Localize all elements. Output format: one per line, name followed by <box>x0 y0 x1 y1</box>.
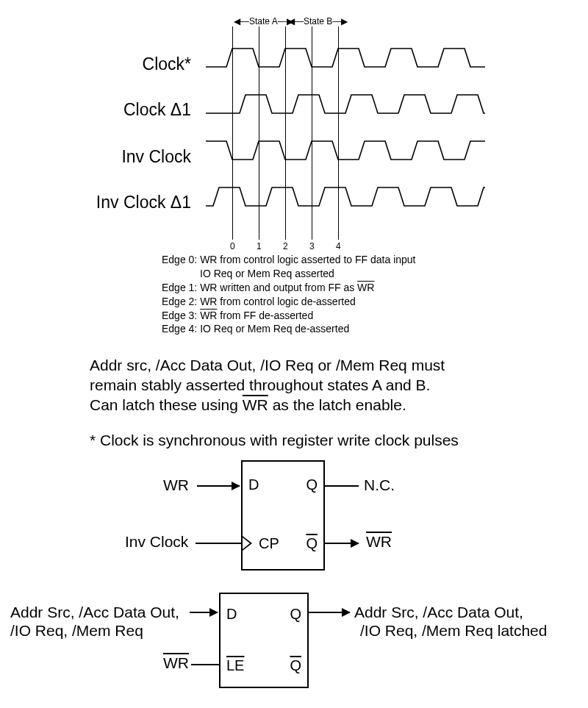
ff-wr-out-label: WR <box>366 533 392 551</box>
latch: D Q LE Q <box>219 593 309 688</box>
latch-in-l1: Addr Src, /Acc Data Out, <box>10 604 179 621</box>
latch-pin-q: Q <box>290 606 301 623</box>
state-a-label: State A <box>249 16 278 26</box>
para1-line2: remain stably asserted throughout states… <box>90 376 430 393</box>
label-inv-clock: Inv Clock <box>81 147 191 167</box>
ff-invclk-label: Inv Clock <box>125 533 188 551</box>
edge-2: Edge 2: WR from control logic de-asserte… <box>162 295 416 309</box>
state-b-range: ◀—State B—▶ <box>288 16 348 26</box>
label-clock-d1: Clock Δ1 <box>81 100 191 120</box>
edge-3-post: from FF de-asserted <box>217 310 313 321</box>
para1-line3b: as the latch enable. <box>268 396 406 413</box>
ff-pin-cp: CP <box>259 535 279 552</box>
edge-1-text: Edge 1: WR written and output from FF as <box>162 282 357 293</box>
ff-pin-qn: Q <box>306 535 318 552</box>
edge-1: Edge 1: WR written and output from FF as… <box>162 281 416 295</box>
state-b-label: State B <box>304 16 332 26</box>
ff-wr-in-wire <box>197 485 240 487</box>
ff-nc-label: N.C. <box>364 476 395 494</box>
latch-pin-qn: Q <box>290 657 301 674</box>
latch-d-wire <box>190 612 218 613</box>
ff-q-wire <box>325 485 359 487</box>
latch-in-label: Addr Src, /Acc Data Out, /IO Req, /Mem R… <box>10 603 179 640</box>
edge-4: Edge 4: IO Req or Mem Req de-asserted <box>162 322 416 336</box>
edge-3: Edge 3: WR from FF de-asserted <box>162 309 416 323</box>
d-flipflop: D Q CP Q <box>241 460 325 571</box>
latch-pin-d: D <box>226 606 237 623</box>
ff-pin-d: D <box>248 476 259 493</box>
latch-pin-le: LE <box>226 657 244 674</box>
tick-1: 1 <box>257 241 262 251</box>
latch-in-l2: /IO Req, /Mem Req <box>10 622 143 639</box>
para1-line1: Addr src, /Acc Data Out, /IO Req or /Mem… <box>90 357 445 373</box>
ff-qn-wire <box>325 543 359 544</box>
tick-0: 0 <box>230 241 235 251</box>
latch-q-wire <box>309 612 350 613</box>
ff-wr-in-label: WR <box>163 476 189 494</box>
label-clock: Clock* <box>81 54 191 74</box>
edge-0-line2: IO Req or Mem Req asserted <box>162 267 416 281</box>
tick-3: 3 <box>309 241 315 251</box>
latch-wr-label: WR <box>163 654 189 672</box>
paragraph-1: Addr src, /Acc Data Out, /IO Req or /Mem… <box>90 356 445 415</box>
label-inv-d1: Inv Clock Δ1 <box>81 193 191 212</box>
clock-triangle-icon <box>243 536 252 551</box>
ff-invclk-wire <box>196 543 241 544</box>
edge-0-line1: Edge 0: WR from control logic asserted t… <box>162 253 416 267</box>
latch-out-l2: /IO Req, /Mem Req latched <box>354 622 547 639</box>
timing-diagram-page: { "states": { "a": "State A", "b": "Stat… <box>0 0 588 708</box>
state-a-range: ◀—State A—▶ <box>234 16 293 26</box>
para1-line3a: Can latch these using <box>90 396 243 413</box>
tick-4: 4 <box>336 241 341 251</box>
edge-3-wr: WR <box>200 310 217 321</box>
edge-descriptions: Edge 0: WR from control logic asserted t… <box>162 253 416 336</box>
waveforms-svg <box>206 26 500 240</box>
para1-wr: WR <box>243 396 268 413</box>
paragraph-2: * Clock is synchronous with register wri… <box>90 431 459 451</box>
edge-1-wr: WR <box>357 282 374 293</box>
timing-diagram <box>206 26 500 240</box>
edge-3-pre: Edge 3: <box>162 310 200 321</box>
ff-pin-q: Q <box>306 476 318 493</box>
latch-out-label: Addr Src, /Acc Data Out, /IO Req, /Mem R… <box>354 603 547 640</box>
latch-le-wire <box>191 664 219 665</box>
latch-out-l1: Addr Src, /Acc Data Out, <box>354 604 523 621</box>
tick-2: 2 <box>283 241 288 251</box>
